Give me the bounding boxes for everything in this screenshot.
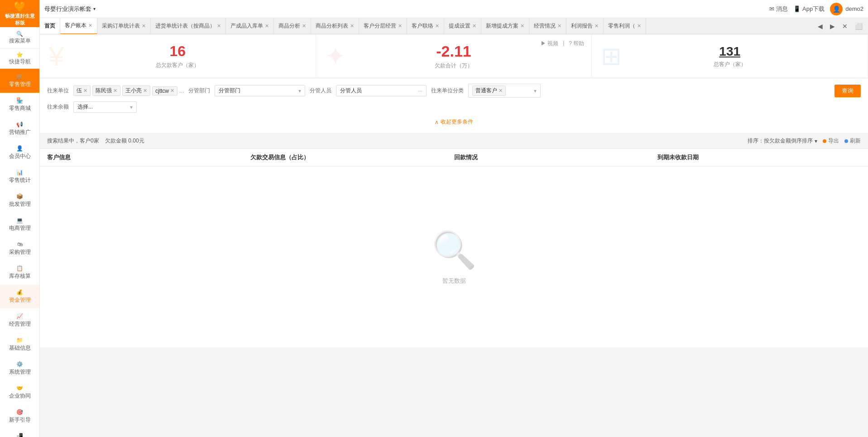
unit-tag-1-remove[interactable]: ✕ (113, 88, 117, 94)
sidebar-item-ops[interactable]: 📈 经营管理 (0, 309, 39, 332)
sort-selector[interactable]: 排序：按欠款金额倒序排序 ▾ (748, 137, 817, 145)
tab-customer-segment[interactable]: 客户分层经营 ✕ (359, 18, 407, 34)
query-button[interactable]: 查询 (834, 85, 861, 97)
result-amount-text: 欠款金额 0.00元 (105, 138, 144, 144)
tab-biz-status-close[interactable]: ✕ (557, 23, 561, 29)
unit-tag-0-remove[interactable]: ✕ (83, 88, 87, 94)
sort-label: 排序：按欠款金额倒序排序 (748, 137, 813, 145)
refresh-btn[interactable]: 刷新 (844, 137, 861, 145)
sidebar-item-enterprise[interactable]: 🤝 企业协同 (0, 380, 39, 404)
tab-customer-segment-close[interactable]: ✕ (398, 23, 402, 29)
sidebar-item-retail-label: 零售管理 (9, 81, 31, 88)
stat3-bg-icon: ⊞ (601, 42, 622, 71)
sidebar-item-retail-mall[interactable]: 🏪 零售商城 (0, 93, 39, 117)
tab-restore-btn[interactable]: ⬜ (852, 22, 865, 31)
tab-prev-btn[interactable]: ◀ (815, 22, 825, 31)
sidebar-nav-quick-label: 快捷导航 (0, 58, 39, 66)
sidebar-item-wholesale[interactable]: 📦 批发管理 (0, 189, 39, 213)
unit-type-tag-0-remove[interactable]: ✕ (499, 88, 503, 94)
sidebar-item-system[interactable]: ⚙️ 系统管理 (0, 356, 39, 380)
user-area[interactable]: 👤 demo2 (830, 3, 863, 15)
sidebar-item-inventory-label: 库存核算 (9, 272, 31, 280)
tab-home[interactable]: 首页 (40, 18, 60, 34)
balance-select[interactable]: 选择... ▾ (73, 101, 137, 113)
video-link[interactable]: ▶ 视频 (541, 40, 558, 48)
tab-inbound-stat[interactable]: 进货单统计表（按商品） ✕ (151, 18, 226, 34)
tab-profit-report-close[interactable]: ✕ (595, 23, 599, 29)
dept-select[interactable]: 分管部门 ▾ (215, 85, 305, 96)
empty-text: 暂无数据 (442, 277, 466, 285)
table-header: 客户信息 欠款交易信息（占比） 回款情况 到期未收款日期 (40, 149, 868, 166)
sidebar-item-retail-mall-label: 零售商城 (9, 104, 31, 112)
tab-goods-analysis-list-close[interactable]: ✕ (350, 23, 354, 29)
tab-cost-entry-close[interactable]: ✕ (265, 23, 269, 29)
tab-cost-entry[interactable]: 产成品入库单 ✕ (226, 18, 274, 34)
sidebar-item-basic[interactable]: 📁 基础信息 (0, 332, 39, 356)
result-bar-right: 排序：按欠款金额倒序排序 ▾ 导出 刷新 (748, 137, 861, 145)
sidebar-item-retail-stat-label: 零售统计 (9, 176, 31, 184)
person-select[interactable]: 分管人员 ··· (336, 85, 427, 96)
member-icon: 👤 (16, 145, 23, 152)
tab-profit-report-label: 利润报告 (571, 22, 593, 30)
sidebar-nav-quick[interactable]: ⭐ 快捷导航 (0, 49, 39, 69)
tab-retail-profit[interactable]: 零售利润（ ✕ (604, 18, 646, 34)
tab-promotion-settings-close[interactable]: ✕ (472, 23, 476, 29)
stat1-bg-icon: ¥ (49, 41, 64, 72)
tab-inbound-stat-close[interactable]: ✕ (217, 23, 221, 29)
sidebar-item-newbie-label: 新手引导 (9, 416, 31, 424)
sidebar-item-retail[interactable]: 🛒 零售管理 (0, 69, 39, 93)
unit-type-select[interactable]: 普通客户 ✕ ▾ (468, 84, 541, 98)
unit-tags-more[interactable]: ... (179, 88, 184, 94)
tab-promotion-settings[interactable]: 提成设置 ✕ (444, 18, 481, 34)
stat3-value[interactable]: 131 (719, 44, 740, 59)
tabbar-controls: ◀ ▶ ✕ ⬜ (812, 22, 868, 31)
tab-retail-profit-close[interactable]: ✕ (637, 23, 641, 29)
unit-tags: 伍 ✕ 陈民强 ✕ 王小亮 ✕ cjttcw ✕ ... (73, 86, 184, 96)
sidebar-item-newbie[interactable]: 🎯 新手引导 (0, 404, 39, 428)
sidebar-search[interactable]: 🔍 搜索菜单 (0, 27, 39, 49)
enterprise-icon: 🤝 (16, 385, 23, 391)
sidebar-item-appstore[interactable]: 📲 应用中心 (0, 428, 39, 437)
tab-goods-analysis-close[interactable]: ✕ (302, 23, 306, 29)
sidebar-item-system-label: 系统管理 (9, 368, 31, 376)
tab-customer-accounts[interactable]: 客户账本 ✕ (60, 18, 97, 34)
col-debt-info: 欠款交易信息（占比） (250, 153, 454, 162)
sidebar-item-inventory[interactable]: 📋 库存核算 (0, 261, 39, 285)
tab-profit-report[interactable]: 利润报告 ✕ (566, 18, 604, 34)
sidebar-item-enterprise-label: 企业协同 (9, 392, 31, 400)
tab-new-promotion-close[interactable]: ✕ (520, 23, 524, 29)
tab-customer-accounts-close[interactable]: ✕ (88, 23, 92, 28)
sidebar-item-marketing[interactable]: 📢 营销推广 (0, 117, 39, 141)
person-more: ··· (418, 88, 422, 94)
message-btn[interactable]: ✉ 消息 (769, 5, 788, 13)
account-selector[interactable]: 母婴行业演示帐套 ▾ (44, 5, 96, 13)
sidebar-logo-text: 畅捷通好生意 (5, 13, 35, 19)
sidebar-item-marketing-label: 营销推广 (9, 128, 31, 136)
tab-close-all-btn[interactable]: ✕ (839, 22, 850, 31)
collapse-btn[interactable]: ∧ 收起更多条件 (47, 116, 861, 128)
tab-next-btn[interactable]: ▶ (827, 22, 838, 31)
unit-tag-3-remove[interactable]: ✕ (170, 88, 174, 94)
newbie-icon: 🎯 (16, 409, 23, 415)
tab-goods-analysis[interactable]: 商品分析 ✕ (274, 18, 311, 34)
sidebar-item-purchase[interactable]: 🛍 采购管理 (0, 237, 39, 261)
stat1-label: 总欠款客户（家） (156, 62, 199, 69)
sidebar-item-finance[interactable]: 💰 资金管理 (0, 285, 39, 309)
tab-new-promotion[interactable]: 新增提成方案 ✕ (481, 18, 529, 34)
tab-purchase-order[interactable]: 采购订单统计表 ✕ (97, 18, 151, 34)
tab-customer-contact-close[interactable]: ✕ (435, 23, 439, 29)
tabbar: 首页 客户账本 ✕ 采购订单统计表 ✕ 进货单统计表（按商品） ✕ 产成品入库单… (40, 18, 868, 34)
sidebar-item-member[interactable]: 👤 会员中心 (0, 141, 39, 165)
sidebar-item-ecommerce[interactable]: 💻 电商管理 (0, 213, 39, 237)
tab-customer-contact[interactable]: 客户联络 ✕ (407, 18, 444, 34)
export-btn[interactable]: 导出 (823, 137, 839, 145)
tab-biz-status[interactable]: 经营情况 ✕ (529, 18, 566, 34)
tab-purchase-order-close[interactable]: ✕ (142, 23, 146, 29)
help-link[interactable]: ? 帮助 (569, 40, 584, 48)
unit-tag-2-remove[interactable]: ✕ (143, 88, 147, 94)
app-download-btn[interactable]: 📱 App下载 (793, 5, 825, 13)
tab-goods-analysis-list[interactable]: 商品分析列表 ✕ (311, 18, 359, 34)
sidebar-item-retail-stat[interactable]: 📊 零售统计 (0, 165, 39, 189)
topbar-right: ✉ 消息 📱 App下载 👤 demo2 (769, 3, 863, 15)
page-content: ¥ 16 总欠款客户（家） ✦ -2.11 欠款合计（万） ▶ 视频 | ? (40, 34, 868, 437)
